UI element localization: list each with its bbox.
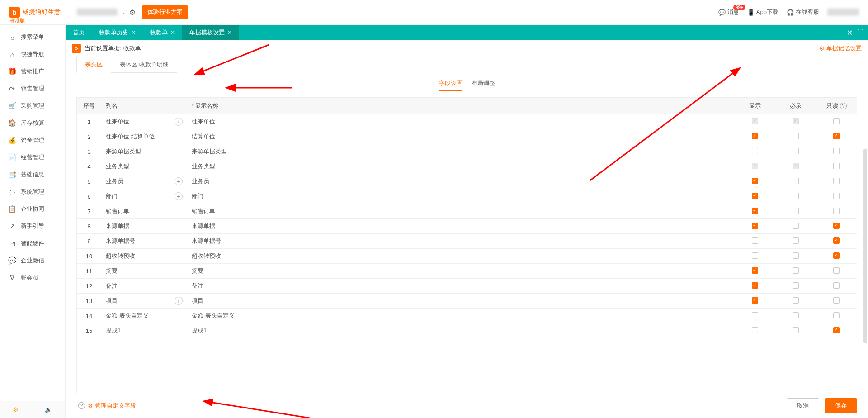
checkbox[interactable]	[833, 163, 840, 169]
checkbox[interactable]	[752, 252, 758, 259]
add-icon[interactable]: +	[175, 177, 183, 185]
cell-display[interactable]: 往来单位	[187, 114, 735, 129]
checkbox[interactable]	[793, 282, 799, 289]
checkbox[interactable]	[833, 252, 840, 259]
cell-display[interactable]: 来源单据	[187, 219, 735, 234]
sidebar-item[interactable]: 🏠库存核算	[0, 114, 65, 132]
cell-display[interactable]: 摘要	[187, 264, 735, 279]
mid-tab[interactable]: 布局调整	[472, 79, 495, 91]
checkbox[interactable]	[793, 208, 799, 214]
checkbox[interactable]	[752, 133, 758, 139]
page-tab[interactable]: 单据模板设置✕	[182, 25, 239, 40]
checkbox[interactable]	[752, 267, 758, 274]
manage-custom-fields-link[interactable]: ⚙ 管理自定义字段	[88, 402, 136, 410]
checkbox[interactable]	[752, 148, 758, 154]
cell-display[interactable]: 超收转预收	[187, 249, 735, 264]
checkbox[interactable]	[833, 312, 840, 318]
add-icon[interactable]: +	[175, 118, 183, 126]
user-name-blurred[interactable]	[827, 9, 859, 16]
checkbox[interactable]	[752, 282, 758, 289]
settings-footer-icon[interactable]: ⚙	[13, 406, 19, 413]
sidebar-item[interactable]: 💰资金管理	[0, 132, 65, 149]
checkbox[interactable]	[752, 208, 758, 214]
checkbox[interactable]	[793, 148, 799, 154]
checkbox[interactable]	[793, 297, 799, 304]
cell-display[interactable]: 项目	[187, 294, 735, 309]
checkbox[interactable]	[793, 133, 799, 139]
checkbox[interactable]	[793, 223, 799, 229]
checkbox[interactable]	[752, 312, 758, 318]
messages-link[interactable]: 💬 消息 99+	[718, 8, 739, 16]
app-download-link[interactable]: 📱 App下载	[747, 8, 778, 16]
cell-display[interactable]: 金额-表头自定义	[187, 309, 735, 323]
sidebar-item[interactable]: ↗新手引导	[0, 218, 65, 235]
settings-icon[interactable]: ⚙	[129, 8, 136, 17]
page-tab[interactable]: 首页	[66, 25, 92, 40]
sound-footer-icon[interactable]: 🔈	[45, 406, 52, 413]
checkbox[interactable]	[833, 193, 840, 199]
close-icon[interactable]: ✕	[131, 29, 136, 36]
checkbox[interactable]	[833, 297, 840, 304]
footer-help-icon[interactable]: ?	[78, 402, 85, 409]
checkbox[interactable]	[793, 312, 799, 318]
cell-display[interactable]: 提成1	[187, 323, 735, 338]
sidebar-item[interactable]: 📋企业协同	[0, 200, 65, 218]
try-industry-button[interactable]: 体验行业方案	[142, 5, 188, 19]
sidebar-item[interactable]: 📑基础信息	[0, 166, 65, 183]
checkbox[interactable]	[833, 223, 840, 229]
area-tab[interactable]: 表头区	[76, 57, 111, 73]
checkbox[interactable]	[793, 267, 799, 274]
checkbox[interactable]	[833, 282, 840, 289]
collapse-icon[interactable]: »	[72, 44, 81, 53]
mid-tab[interactable]: 字段设置	[439, 79, 462, 91]
cell-display[interactable]: 销售订单	[187, 204, 735, 219]
page-tab[interactable]: 收款单历史✕	[92, 25, 143, 40]
sidebar-item[interactable]: 🎁营销推广	[0, 63, 65, 80]
checkbox[interactable]	[752, 297, 758, 304]
cancel-button[interactable]: 取消	[787, 398, 819, 413]
add-icon[interactable]: +	[175, 297, 183, 305]
sidebar-item[interactable]: 🖥智能硬件	[0, 235, 65, 252]
memory-settings-link[interactable]: ⚙ 单据记忆设置	[819, 44, 862, 52]
cell-display[interactable]: 业务类型	[187, 159, 735, 174]
sidebar-item[interactable]: ⌂快捷导航	[0, 46, 65, 63]
close-all-tabs-icon[interactable]: ✕	[847, 28, 853, 37]
close-icon[interactable]: ✕	[170, 29, 175, 36]
checkbox[interactable]	[752, 178, 758, 184]
sidebar-item[interactable]: ∇畅会员	[0, 269, 65, 286]
checkbox[interactable]	[833, 118, 840, 124]
page-tab[interactable]: 收款单✕	[143, 25, 182, 40]
area-tab[interactable]: 表体区-收款单明细	[111, 57, 177, 72]
checkbox[interactable]	[793, 238, 799, 244]
cell-display[interactable]: 来源单据号	[187, 234, 735, 249]
company-selector[interactable]: ⌄	[77, 9, 126, 16]
sidebar-item[interactable]: ⌕搜索菜单	[0, 28, 65, 46]
checkbox[interactable]	[833, 133, 840, 139]
add-icon[interactable]: +	[175, 192, 183, 200]
save-button[interactable]: 保存	[825, 398, 857, 413]
sidebar-item[interactable]: ◌系统管理	[0, 183, 65, 200]
checkbox[interactable]	[752, 193, 758, 199]
checkbox[interactable]	[833, 148, 840, 154]
scrollbar[interactable]	[863, 149, 867, 343]
checkbox[interactable]	[793, 193, 799, 199]
sidebar-item[interactable]: 💬企业微信	[0, 252, 65, 269]
sidebar-item[interactable]: 🛒采购管理	[0, 97, 65, 114]
cell-display[interactable]: 部门	[187, 189, 735, 204]
checkbox[interactable]	[833, 267, 840, 274]
checkbox[interactable]	[752, 223, 758, 229]
online-service-link[interactable]: 🎧 在线客服	[787, 8, 819, 16]
sidebar-item[interactable]: 📄经营管理	[0, 149, 65, 166]
cell-display[interactable]: 备注	[187, 279, 735, 294]
cell-display[interactable]: 业务员	[187, 174, 735, 189]
checkbox[interactable]	[833, 208, 840, 214]
checkbox[interactable]	[833, 327, 840, 333]
checkbox[interactable]	[793, 178, 799, 184]
close-icon[interactable]: ✕	[227, 29, 232, 36]
cell-display[interactable]: 来源单据类型	[187, 144, 735, 159]
checkbox[interactable]	[793, 327, 799, 333]
checkbox[interactable]	[752, 327, 758, 333]
help-icon[interactable]: ?	[840, 103, 847, 109]
checkbox[interactable]	[833, 178, 840, 184]
sidebar-item[interactable]: 🛍销售管理	[0, 80, 65, 97]
